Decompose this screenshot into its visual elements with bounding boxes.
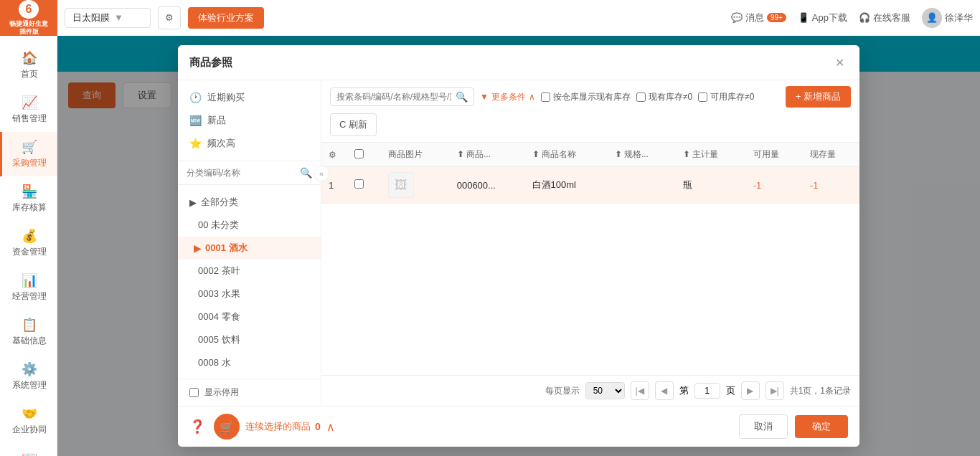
frequent-icon: ⭐ [189, 138, 202, 149]
td-checkbox[interactable] [347, 167, 381, 204]
sidebar: 🏠 首页 📈 销售管理 🛒 采购管理 🏪 库存核算 💰 资金管理 📊 经营管理 … [0, 36, 57, 456]
modal-title: 商品参照 [189, 56, 232, 70]
content-area: 查询 设置 刷新 商品参照 ✕ 🕐 [57, 36, 980, 456]
logo-icon: 6 [19, 0, 39, 19]
system-icon: ⚙️ [22, 361, 37, 377]
collapse-panel-button[interactable]: « [314, 166, 329, 181]
gear-button[interactable]: ⚙ [158, 6, 181, 29]
quick-item-frequent[interactable]: ⭐ 频次高 [178, 132, 321, 155]
messages-badge: 99+ [767, 13, 786, 22]
category-search-icon[interactable]: 🔍 [300, 167, 312, 179]
sidebar-item-basic-info[interactable]: 📋 基础信息 [0, 310, 57, 354]
refresh-button[interactable]: C 刷新 [330, 113, 377, 136]
new-icon: 🆕 [189, 115, 202, 126]
page-next-button[interactable]: ▶ [741, 381, 760, 400]
table-row[interactable]: 1 🖼 000600... 白酒100ml [321, 167, 859, 204]
sidebar-item-guide[interactable]: 📖 新手引导 [0, 443, 57, 456]
inventory-icon: 🏪 [22, 184, 37, 199]
cat-item-uncategorized[interactable]: 00 未分类 [178, 214, 321, 237]
modal: 商品参照 ✕ 🕐 近期购买 🆕 [178, 45, 859, 447]
filter-more-button[interactable]: ▼ 更多条件 ∧ [480, 91, 535, 103]
guide-icon: 📖 [22, 450, 37, 456]
continuous-label: 连续选择的商品 [245, 420, 311, 433]
show-disabled-checkbox[interactable] [189, 388, 199, 397]
sidebar-item-operations[interactable]: 📊 经营管理 [0, 265, 57, 310]
sidebar-item-finance[interactable]: 💰 资金管理 [0, 221, 57, 265]
category-search-input[interactable] [187, 168, 296, 178]
app-download-item[interactable]: 📱 App下载 [798, 11, 847, 24]
cat-expand-icon: ▶ [189, 197, 197, 208]
cat-arrow-icon: ▶ [194, 243, 201, 254]
th-product-code[interactable]: ⬆ 商品... [450, 143, 525, 167]
avatar: 👤 [922, 8, 942, 28]
row-checkbox[interactable] [354, 179, 364, 189]
cat-item-0008[interactable]: 0008 水 [178, 351, 321, 374]
sidebar-item-home[interactable]: 🏠 首页 [0, 43, 57, 87]
page-suffix: 页 [726, 384, 735, 397]
page-number-input[interactable] [694, 383, 720, 399]
quick-item-new[interactable]: 🆕 新品 [178, 109, 321, 132]
category-search-box: 🔍 [178, 161, 321, 185]
cat-item-0001[interactable]: ▶ 0001 酒水 [178, 237, 321, 260]
cat-item-all[interactable]: ▶ 全部分类 [178, 191, 321, 214]
messages-item[interactable]: 💬 消息 99+ [731, 11, 786, 24]
finance-icon: 💰 [22, 228, 37, 244]
th-product-name[interactable]: ⬆ 商品名称 [525, 143, 608, 167]
quick-item-recent[interactable]: 🕐 近期购买 [178, 86, 321, 109]
check-current-stock-checkbox[interactable] [636, 92, 646, 102]
help-icon[interactable]: ❓ [189, 419, 205, 434]
sidebar-item-system[interactable]: ⚙️ 系统管理 [0, 354, 57, 399]
td-image: 🖼 [381, 167, 450, 204]
th-settings[interactable]: ⚙ [321, 143, 347, 167]
td-stock: -1 [803, 167, 859, 204]
cat-item-0005[interactable]: 0005 饮料 [178, 328, 321, 351]
sidebar-item-inventory[interactable]: 🏪 库存核算 [0, 176, 57, 221]
sidebar-item-sales[interactable]: 📈 销售管理 [0, 87, 57, 132]
modal-left-panel: 🕐 近期购买 🆕 新品 ⭐ 频次高 [178, 80, 321, 406]
cancel-button[interactable]: 取消 [739, 414, 788, 439]
home-icon: 🏠 [22, 50, 37, 66]
th-unit[interactable]: ⬆ 主计量 [676, 143, 746, 167]
page-prev-button[interactable]: ◀ [655, 381, 674, 400]
page-last-button[interactable]: ▶| [765, 381, 784, 400]
sidebar-item-enterprise[interactable]: 🤝 企业协同 [0, 399, 57, 443]
product-search-wrap: 🔍 [330, 87, 474, 106]
experience-button[interactable]: 体验行业方案 [188, 7, 264, 29]
quick-list: 🕐 近期购买 🆕 新品 ⭐ 频次高 [178, 80, 321, 161]
customer-service-item[interactable]: 🎧 在线客服 [859, 11, 910, 24]
per-page-select[interactable]: 50 100 200 [585, 382, 625, 399]
collapse-up-icon[interactable]: ∧ [326, 420, 335, 434]
check-stock-display-label[interactable]: 按仓库显示现有库存 [541, 91, 631, 103]
modal-footer: ❓ 🛒 连续选择的商品 0 ∧ 取消 确定 [178, 406, 859, 447]
page-first-button[interactable]: |◀ [631, 381, 649, 400]
sidebar-item-purchase[interactable]: 🛒 采购管理 [0, 132, 57, 176]
user-item[interactable]: 👤 徐泽华 [922, 8, 973, 28]
check-stock-display-checkbox[interactable] [541, 92, 550, 102]
check-usable-stock-checkbox[interactable] [698, 92, 707, 102]
cat-item-0004[interactable]: 0004 零食 [178, 305, 321, 328]
filter-bar: 🔍 ▼ 更多条件 ∧ 按仓库显示现有库存 [321, 80, 859, 143]
modal-header: 商品参照 ✕ [178, 45, 859, 80]
select-all-checkbox[interactable] [354, 149, 364, 158]
confirm-button[interactable]: 确定 [795, 415, 848, 438]
product-search-icon[interactable]: 🔍 [456, 91, 468, 103]
th-spec[interactable]: ⬆ 规格... [608, 143, 676, 167]
cat-item-0003[interactable]: 0003 水果 [178, 282, 321, 305]
main-layout: 🏠 首页 📈 销售管理 🛒 采购管理 🏪 库存核算 💰 资金管理 📊 经营管理 … [0, 36, 980, 456]
check-usable-stock-label[interactable]: 可用库存≠0 [698, 91, 754, 103]
product-table-wrap: ⚙ 商品图片 ⬆ 商品... ⬆ 商品名称 [321, 143, 859, 375]
product-search-input[interactable] [336, 92, 451, 102]
purchase-icon: 🛒 [22, 139, 37, 155]
store-selector[interactable]: 日太阳膜 ▼ [65, 8, 151, 28]
th-checkbox[interactable] [347, 143, 381, 167]
navbar-right: 💬 消息 99+ 📱 App下载 🎧 在线客服 👤 徐泽华 [731, 8, 973, 28]
modal-overlay: 商品参照 ✕ 🕐 近期购买 🆕 [57, 36, 980, 456]
cart-icon-button[interactable]: 🛒 [214, 414, 240, 440]
check-current-stock-label[interactable]: 现有库存≠0 [636, 91, 692, 103]
modal-close-button[interactable]: ✕ [831, 54, 848, 71]
message-icon: 💬 [731, 12, 743, 23]
td-product-name: 白酒100ml [525, 167, 608, 204]
th-stock: 现存量 [803, 143, 859, 167]
add-product-button[interactable]: + 新增商品 [786, 86, 851, 108]
cat-item-0002[interactable]: 0002 茶叶 [178, 260, 321, 282]
